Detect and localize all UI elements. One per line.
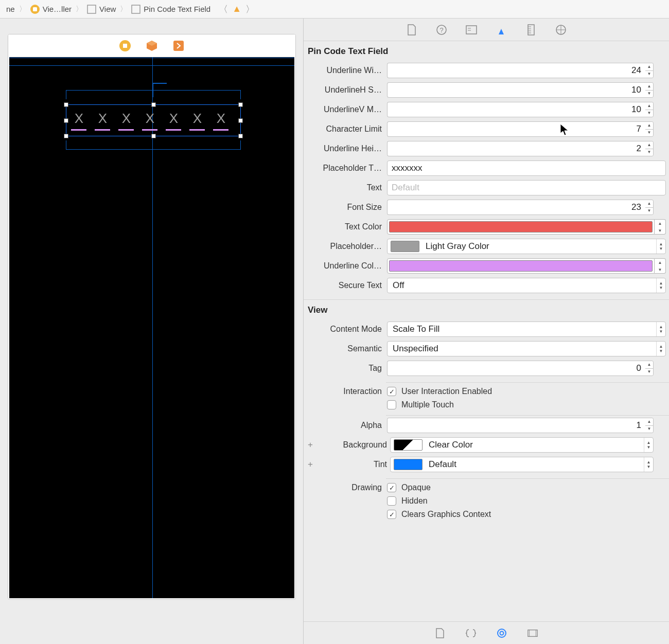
breadcrumb-item-view[interactable]: View — [84, 5, 119, 14]
stepper[interactable]: ▲▼ — [645, 102, 654, 117]
text-color-well[interactable] — [387, 219, 655, 235]
popup-value: Clear Color — [426, 440, 644, 450]
stepper[interactable]: ▲▼ — [645, 418, 654, 433]
record-icon[interactable] — [119, 40, 131, 52]
tint-color-popup[interactable]: Default ▲▼ — [390, 457, 654, 472]
breadcrumb-bar: ne 〉 Vie…ller 〉 View 〉 Pin Code Text Fie… — [0, 0, 669, 19]
color-stepper[interactable]: ▲▼ — [655, 258, 666, 274]
help-inspector-icon[interactable]: ? — [436, 24, 447, 35]
alpha-input[interactable] — [387, 418, 645, 433]
row-tag: Tag ▲▼ — [304, 359, 669, 378]
clears-graphics-checkbox[interactable] — [387, 510, 396, 519]
checkbox-label: Hidden — [401, 496, 428, 506]
label: UnderlineH S… — [307, 85, 384, 95]
add-attribute-icon[interactable]: + — [307, 459, 314, 470]
connections-inspector-icon[interactable] — [555, 24, 567, 35]
row-underlinev-margin: UnderlineV M… ▲▼ — [304, 100, 669, 119]
pin-char: X — [190, 111, 205, 127]
stepper[interactable]: ▲▼ — [645, 121, 654, 137]
pin-char: X — [214, 111, 228, 127]
label: Interaction — [307, 387, 384, 396]
placeholder-text-input[interactable] — [387, 160, 666, 176]
file-inspector-icon[interactable] — [406, 24, 417, 35]
breadcrumb-item-viewcontroller[interactable]: Vie…ller — [27, 5, 75, 14]
viewcontroller-icon — [30, 5, 40, 14]
tag-input[interactable] — [387, 361, 645, 376]
code-snippet-library-icon[interactable] — [466, 628, 476, 638]
breadcrumb-label: View — [99, 5, 116, 13]
background-color-popup[interactable]: Clear Color ▲▼ — [390, 437, 654, 453]
underlineh-spacing-input[interactable] — [387, 82, 645, 98]
svg-rect-5 — [123, 44, 127, 48]
stepper[interactable]: ▲▼ — [645, 361, 654, 376]
row-character-limit: Character Limit ▲▼ — [304, 119, 669, 139]
placeholder-color-popup[interactable]: Light Gray Color ▲▼ — [387, 239, 666, 254]
label: Semantic — [307, 344, 384, 353]
row-placeholder-text: Placeholder T… — [304, 158, 669, 178]
font-size-input[interactable] — [387, 200, 645, 215]
underline-width-input[interactable] — [387, 63, 645, 78]
secure-text-popup[interactable]: Off ▲▼ — [387, 278, 666, 293]
user-interaction-checkbox[interactable] — [387, 387, 396, 396]
content-mode-popup[interactable]: Scale To Fill ▲▼ — [387, 321, 666, 337]
pin-char: X — [143, 111, 157, 127]
underlinev-margin-input[interactable] — [387, 102, 645, 117]
popup-value: Default — [426, 459, 644, 470]
identity-inspector-icon[interactable] — [466, 24, 477, 35]
breadcrumb-item-pincode[interactable]: Pin Code Text Field — [128, 5, 214, 14]
multiple-touch-checkbox[interactable] — [387, 400, 396, 409]
history-back-icon[interactable]: 〈 — [219, 3, 228, 15]
textfield-icon — [131, 5, 140, 14]
label: Alpha — [307, 421, 384, 430]
popup-value: Scale To Fill — [388, 324, 656, 334]
row-secure-text: Secure Text Off ▲▼ — [304, 276, 669, 295]
object-library-icon[interactable] — [497, 628, 507, 638]
pin-char: X — [167, 111, 181, 127]
label: Secure Text — [307, 281, 384, 290]
stepper[interactable]: ▲▼ — [645, 200, 654, 215]
underline-height-input[interactable] — [387, 141, 645, 156]
history-forward-icon[interactable]: 〉 — [245, 3, 255, 15]
opaque-checkbox[interactable] — [387, 483, 396, 492]
add-attribute-icon[interactable]: + — [307, 440, 314, 450]
svg-rect-1 — [33, 7, 37, 11]
label: Drawing — [307, 483, 384, 492]
warning-icon[interactable]: ▲ — [232, 4, 241, 14]
row-underline-height: Underline Hei… ▲▼ — [304, 139, 669, 158]
stepper[interactable]: ▲▼ — [645, 82, 654, 98]
hidden-checkbox[interactable] — [387, 496, 396, 506]
label: Character Limit — [307, 124, 384, 134]
row-underline-width: Underline Wi… ▲▼ — [304, 61, 669, 80]
svg-rect-6 — [173, 41, 184, 51]
media-library-icon[interactable] — [527, 628, 538, 638]
label: Font Size — [307, 203, 384, 212]
attributes-inspector-icon[interactable] — [496, 24, 507, 35]
row-background: + Background Clear Color ▲▼ — [304, 435, 669, 455]
exit-icon[interactable] — [172, 40, 185, 52]
chevron-right-icon: 〉 — [18, 5, 27, 14]
device-preview[interactable]: X X X X X X X — [8, 34, 296, 600]
row-alpha: Alpha ▲▼ — [304, 416, 669, 435]
breadcrumb-label: Vie…ller — [43, 5, 72, 13]
cube-icon[interactable] — [146, 40, 158, 52]
device-body: X X X X X X X — [9, 57, 294, 598]
underline-color-well[interactable] — [387, 258, 655, 274]
stepper[interactable]: ▲▼ — [645, 141, 654, 156]
checkbox-label: Opaque — [401, 483, 431, 492]
semantic-popup[interactable]: Unspecified ▲▼ — [387, 341, 666, 356]
step-up-icon[interactable]: ▲ — [645, 63, 653, 71]
label: Content Mode — [307, 325, 384, 334]
row-interaction: Interaction User Interaction Enabled Mul… — [304, 383, 669, 411]
breadcrumb-item-scene[interactable]: ne — [3, 5, 18, 13]
file-template-library-icon[interactable] — [435, 628, 445, 638]
row-underlineh-spacing: UnderlineH S… ▲▼ — [304, 80, 669, 100]
row-placeholder-color: Placeholder… Light Gray Color ▲▼ — [304, 237, 669, 256]
svg-rect-9 — [466, 26, 477, 34]
stepper[interactable]: ▲▼ — [645, 63, 654, 78]
size-inspector-icon[interactable] — [525, 24, 537, 35]
row-content-mode: Content Mode Scale To Fill ▲▼ — [304, 319, 669, 339]
step-down-icon[interactable]: ▼ — [645, 71, 653, 78]
color-stepper[interactable]: ▲▼ — [655, 219, 666, 235]
character-limit-input[interactable] — [387, 121, 645, 137]
text-input[interactable] — [387, 180, 666, 195]
